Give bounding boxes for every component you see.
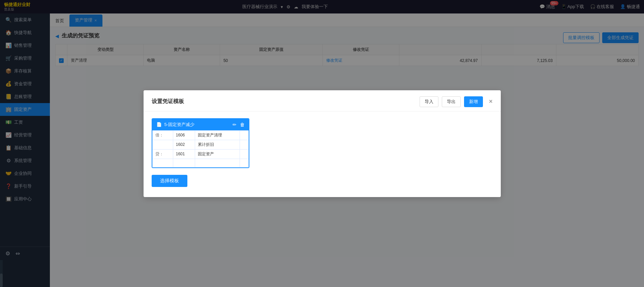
template-table: 借： 1606 固定资产清理 1602 累计折旧 bbox=[152, 130, 249, 167]
debit-label: 借： bbox=[152, 130, 173, 140]
template-edit-icon[interactable]: ✏ bbox=[233, 122, 237, 127]
credit1-code: 1601 bbox=[173, 149, 195, 159]
credit1-name: 固定资产 bbox=[195, 149, 240, 159]
debit2-name: 累计折旧 bbox=[195, 140, 240, 149]
export-button[interactable]: 导出 bbox=[442, 96, 461, 107]
new-button[interactable]: 新增 bbox=[464, 96, 483, 107]
credit-label: 贷： bbox=[152, 149, 173, 159]
template-row-empty bbox=[152, 159, 248, 167]
debit1-col4 bbox=[240, 130, 248, 140]
template-card-body: 借： 1606 固定资产清理 1602 累计折旧 bbox=[152, 130, 249, 167]
debit2-empty bbox=[152, 140, 173, 149]
template-row-credit1: 贷： 1601 固定资产 bbox=[152, 149, 248, 159]
template-card-header: 📄 5-固定资产减少 ✏ 🗑 bbox=[152, 119, 249, 130]
dialog-overlay[interactable]: 设置凭证模板 导入 导出 新增 × 📄 5-固定资产减少 ✏ 🗑 bbox=[0, 0, 644, 287]
import-button[interactable]: 导入 bbox=[420, 96, 438, 107]
select-template-wrap: 选择模板 bbox=[152, 175, 493, 187]
template-card-header-actions: ✏ 🗑 bbox=[233, 122, 245, 127]
debit2-col4 bbox=[240, 140, 248, 149]
template-row-debit1: 借： 1606 固定资产清理 bbox=[152, 130, 248, 140]
template-card: 📄 5-固定资产减少 ✏ 🗑 借： 1606 固 bbox=[152, 118, 249, 168]
template-name: 5-固定资产减少 bbox=[164, 122, 195, 128]
dialog-header-controls: 导入 导出 新增 × bbox=[420, 96, 493, 107]
dialog-header: 设置凭证模板 导入 导出 新增 × bbox=[144, 90, 501, 111]
template-doc-icon: 📄 bbox=[156, 122, 162, 127]
credit1-col4 bbox=[240, 149, 248, 159]
dialog-body: 📄 5-固定资产减少 ✏ 🗑 借： 1606 固 bbox=[144, 111, 501, 197]
template-delete-icon[interactable]: 🗑 bbox=[240, 122, 245, 127]
select-template-button[interactable]: 选择模板 bbox=[152, 175, 187, 187]
debit2-code: 1602 bbox=[173, 140, 195, 149]
template-row-debit2: 1602 累计折旧 bbox=[152, 140, 248, 149]
dialog-title: 设置凭证模板 bbox=[152, 98, 184, 105]
debit1-code: 1606 bbox=[173, 130, 195, 140]
debit1-name: 固定资产清理 bbox=[195, 130, 240, 140]
dialog: 设置凭证模板 导入 导出 新增 × 📄 5-固定资产减少 ✏ 🗑 bbox=[144, 90, 501, 197]
dialog-close-icon[interactable]: × bbox=[489, 98, 493, 105]
